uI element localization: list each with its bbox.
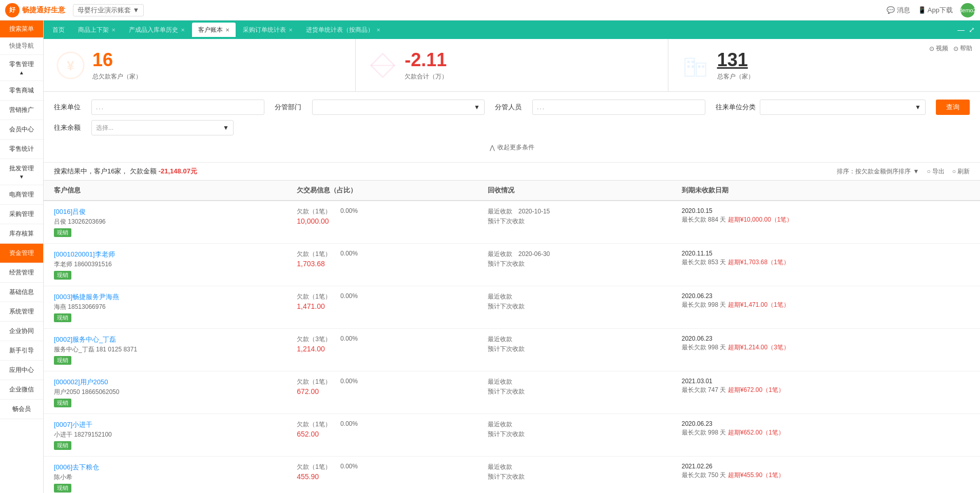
sidebar-item-ecommerce[interactable]: 电商管理 — [0, 185, 43, 205]
sidebar-item-basic-info[interactable]: 基础信息 — [0, 283, 43, 302]
msg-btn[interactable]: 💬 消息 — [887, 6, 910, 15]
tab-expand-icon[interactable]: ⤢ — [969, 26, 975, 34]
overdue-date-0: 2020.10.15 — [682, 207, 970, 214]
manager-input[interactable]: ... — [532, 100, 705, 115]
overdue-date-1: 2020.11.15 — [682, 250, 970, 257]
sidebar-item-wechat[interactable]: 企业微信 — [0, 380, 43, 400]
overdue-link-6[interactable]: 超期¥455.90（1笔） — [728, 471, 784, 479]
overdue-link-2[interactable]: 超期¥1,471.00（1笔） — [728, 301, 790, 308]
query-button[interactable]: 查询 — [936, 100, 970, 115]
customer-name-5[interactable]: [0007]小进干 — [54, 420, 276, 429]
sidebar-item-operations-mgmt[interactable]: 经营管理 — [0, 263, 43, 283]
sort-select[interactable]: 排序：按欠款金额倒序排序 ▼ — [837, 167, 919, 176]
store-selector[interactable]: 母婴行业演示账套 ▼ — [73, 4, 144, 16]
sidebar-item-retail-store[interactable]: 零售商城 — [0, 81, 43, 101]
refresh-button[interactable]: ○ 刷新 — [952, 167, 970, 176]
export-button[interactable]: ○ 导出 — [927, 167, 945, 176]
sidebar-search[interactable]: 搜索菜单 — [0, 21, 43, 37]
customer-name-3[interactable]: [0002]服务中心_丁磊 — [54, 335, 276, 344]
svg-rect-8 — [687, 65, 690, 68]
next-collection-5: 预计下次收款 — [488, 430, 661, 439]
department-select[interactable]: ▼ — [312, 100, 485, 115]
tab-close-icon[interactable]: ✕ — [376, 27, 380, 33]
next-collection-6: 预计下次收款 — [488, 472, 661, 481]
debt-count-3: 欠款（3笔） — [297, 335, 331, 344]
collapse-bar[interactable]: ⋀ 收起更多条件 — [54, 141, 970, 154]
col-collection: 回收情况 — [477, 181, 671, 201]
tab-close-icon[interactable]: ✕ — [225, 27, 229, 33]
cell-due-date-5: 2020.06.23 最长欠款 998 天 超期¥652.00（1笔） — [671, 414, 980, 457]
sidebar-item-system-mgmt[interactable]: 系统管理 — [0, 302, 43, 322]
debt-count-4: 欠款（1笔） — [297, 378, 331, 386]
cell-collection-4: 最近收款 预计下次收款 — [477, 371, 671, 414]
tab-close-icon[interactable]: ✕ — [111, 27, 116, 33]
recent-payment-2: 最近收款 — [488, 292, 661, 301]
video-btn[interactable]: ⊙ 视频 — [929, 44, 948, 53]
sidebar-item-member-vip[interactable]: 畅会员 — [0, 400, 43, 419]
tab-customer-account[interactable]: 客户账本 ✕ — [192, 23, 236, 37]
debt-amount-1[interactable]: 1,703.68 — [297, 260, 331, 268]
tab-product-shelf[interactable]: 商品上下架 ✕ — [72, 23, 122, 37]
customer-name-2[interactable]: [0003]畅捷服务尹海燕 — [54, 292, 276, 302]
overdue-link-0[interactable]: 超期¥10,000.00（1笔） — [728, 216, 793, 223]
overdue-days-1: 最长欠款 853 天 超期¥1,703.68（1笔） — [682, 258, 970, 267]
overdue-link-5[interactable]: 超期¥652.00（1笔） — [728, 429, 784, 436]
stat-info-owed-customers: 16 总欠款客户（家） — [92, 49, 142, 81]
tab-close-icon[interactable]: ✕ — [181, 27, 185, 33]
debt-ratio-4: 0.00% — [340, 378, 358, 385]
from-unit-input[interactable]: ... — [91, 100, 264, 115]
sidebar-quick-nav[interactable]: 快捷导航 — [0, 37, 43, 55]
sidebar-item-retail-mgmt[interactable]: 零售管理 ▲ — [0, 55, 43, 81]
remaining-amount-select[interactable]: 选择... ▼ — [91, 120, 234, 135]
unit-category-select[interactable]: ▼ — [760, 100, 926, 115]
sidebar-item-member-center[interactable]: 会员中心 — [0, 120, 43, 140]
sidebar-item-batch-mgmt[interactable]: 批发管理 ▼ — [0, 159, 43, 185]
help-btn[interactable]: ⊙ 帮助 — [953, 44, 972, 53]
debt-row-0: 欠款（1笔） 10,000.00 0.00% — [297, 207, 467, 225]
cell-debt-info-5: 欠款（1笔） 652.00 0.00% — [286, 414, 477, 457]
sidebar-item-newbie[interactable]: 新手引导 — [0, 341, 43, 361]
debt-count-0: 欠款（1笔） — [297, 207, 331, 216]
customer-tag-3: 现销 — [54, 356, 71, 365]
customer-name-1[interactable]: [0001020001]李老师 — [54, 250, 276, 259]
recent-payment-6: 最近收款 — [488, 463, 661, 471]
chevron-down-icon: ▲ — [19, 70, 24, 75]
recent-payment-5: 最近收款 — [488, 420, 661, 429]
tab-stock-stats[interactable]: 进货单统计表（按商品） ✕ — [300, 23, 387, 37]
debt-amount-4[interactable]: 672.00 — [297, 387, 331, 396]
table-row: [0007]小进干 小进干 18279152100 现销 欠款（1笔） 652.… — [44, 414, 980, 457]
debt-ratio-2: 0.00% — [340, 292, 358, 300]
tab-close-icon[interactable]: ✕ — [289, 27, 293, 33]
debt-amount-3[interactable]: 1,214.00 — [297, 345, 331, 353]
debt-ratio-6: 0.00% — [340, 463, 358, 470]
overdue-link-3[interactable]: 超期¥1,214.00（3笔） — [728, 344, 790, 351]
customer-name-6[interactable]: [0006]去下粮仓 — [54, 463, 276, 472]
customer-name-0[interactable]: [0016]吕俊 — [54, 207, 276, 216]
app-download-btn[interactable]: 📱 App下载 — [918, 6, 953, 15]
col-due-date: 到期未收款日期 — [671, 181, 980, 201]
tab-collapse-icon[interactable]: — — [957, 26, 965, 34]
stat-card-total-customers: 131 总客户（家） ⊙ 视频 ⊙ 帮助 — [668, 39, 980, 91]
sidebar-item-capital-mgmt[interactable]: 资金管理 — [0, 244, 43, 263]
debt-amount-6[interactable]: 455.90 — [297, 472, 331, 481]
tab-product-history[interactable]: 产成品入库单历史 ✕ — [123, 23, 191, 37]
debt-amount-0[interactable]: 10,000.00 — [297, 217, 331, 225]
overdue-link-4[interactable]: 超期¥672.00（1笔） — [728, 386, 784, 393]
overdue-link-1[interactable]: 超期¥1,703.68（1笔） — [728, 259, 790, 266]
avatar[interactable]: demo2 — [960, 3, 975, 17]
sidebar-item-inventory[interactable]: 库存核算 — [0, 224, 43, 244]
sidebar-item-app-center[interactable]: 应用中心 — [0, 361, 43, 380]
tab-home[interactable]: 首页 — [46, 23, 71, 37]
debt-amount-2[interactable]: 1,471.00 — [297, 302, 331, 310]
cell-customer-info-0: [0016]吕俊 吕俊 13026203696 现销 — [44, 201, 286, 244]
overdue-date-3: 2020.06.23 — [682, 335, 970, 342]
sidebar-item-purchase-mgmt[interactable]: 采购管理 — [0, 205, 43, 224]
debt-amount-5[interactable]: 652.00 — [297, 430, 331, 438]
tab-purchase-order[interactable]: 采购订单统计表 ✕ — [237, 23, 299, 37]
tab-bar-actions: — ⤢ — [957, 26, 977, 34]
sidebar-item-enterprise[interactable]: 企业协同 — [0, 322, 43, 341]
sidebar-item-retail-stats[interactable]: 零售统计 — [0, 140, 43, 159]
customer-name-4[interactable]: [000002]用户2050 — [54, 378, 276, 387]
filter-unit-category: 往来单位分类 ▼ — [716, 100, 926, 115]
sidebar-item-marketing[interactable]: 营销推广 — [0, 101, 43, 120]
